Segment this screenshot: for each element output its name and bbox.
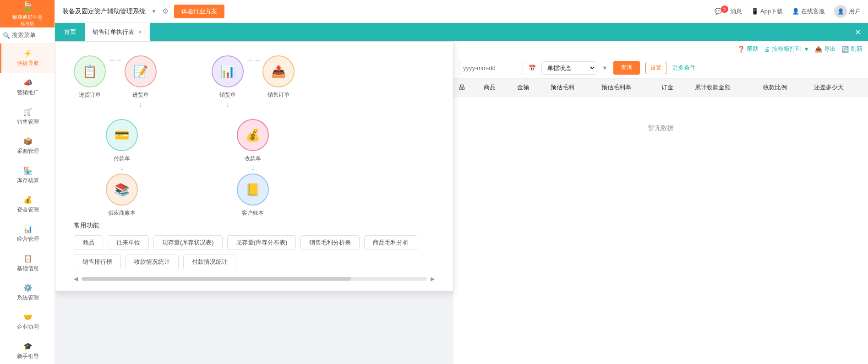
- sidebar-label-purchase: 采购管理: [17, 147, 39, 155]
- sidebar-search[interactable]: 🔍 搜索菜单: [0, 27, 55, 43]
- more-conditions-link[interactable]: 更多条件: [672, 64, 696, 72]
- print-icon: 🖨: [764, 46, 770, 53]
- col-est-profit: 预估毛利: [545, 79, 596, 97]
- btn-stock-distribution[interactable]: 现存量(库存分布表): [227, 235, 296, 250]
- query-button[interactable]: 查询: [613, 61, 640, 75]
- logo-line1: 畅康通好生意: [12, 14, 43, 21]
- settings-icon[interactable]: ⚙: [162, 7, 169, 16]
- sidebar-label-cooperation: 企业协同: [17, 323, 39, 331]
- flow-node-payment-bill[interactable]: 💳 付款单 ↓: [106, 119, 138, 174]
- tab-label-sales-order: 销售订单执行表: [93, 28, 134, 36]
- sidebar-item-system[interactable]: ⚙️ 系统管理: [0, 278, 55, 307]
- tab-bar-close-icon[interactable]: ✕: [847, 28, 868, 37]
- main-table: 品 商品 金额 预估毛利 预估毛利率 订金 累计收款金额 收款比例 还差多少天: [453, 79, 868, 160]
- sidebar-label-finance: 资金管理: [17, 206, 39, 214]
- export-label: 导出: [824, 45, 836, 53]
- btn-stock-status[interactable]: 现存量(库存状况表): [153, 235, 223, 250]
- right-content: ❓ 帮助 🖨 按模板打印 ▼ 📤 导出 🔄 刷新: [453, 41, 868, 364]
- scroll-track[interactable]: [82, 277, 427, 281]
- btn-goods-gross[interactable]: 商品毛利分析: [364, 235, 417, 250]
- export-button[interactable]: 📤 导出: [815, 45, 836, 53]
- tab-home[interactable]: 首页: [55, 23, 85, 41]
- sidebar-item-marketing[interactable]: 📣 营销推广: [0, 73, 55, 102]
- sidebar-item-cooperation[interactable]: 🤝 企业协同: [0, 307, 55, 337]
- set-button[interactable]: 设置: [645, 62, 666, 74]
- flow-node-purchase-order[interactable]: 📋 进货订单: [74, 55, 106, 99]
- sidebar-item-basic-info[interactable]: 📋 基础信息: [0, 249, 55, 278]
- common-buttons-row1: 商品 往来单位 现存量(库存状况表) 现存量(库存分布表) 销售毛利分析表 商品…: [74, 235, 435, 250]
- arrow-pb-down: ↓: [139, 99, 142, 110]
- btn-goods[interactable]: 商品: [74, 235, 103, 250]
- receipt-bill-label: 收款单: [245, 155, 261, 163]
- trial-button[interactable]: 体验行业方案: [174, 5, 224, 18]
- app-download-label: App下载: [760, 7, 783, 16]
- app-download-button[interactable]: 📱 App下载: [751, 7, 783, 16]
- sidebar-logo: 🍃 畅康通好生意 标准版: [0, 0, 55, 27]
- print-button[interactable]: 🖨 按模板打印 ▼: [764, 45, 809, 53]
- filter-row: 📅 单据状态 ▼ 查询 设置 更多条件: [453, 57, 868, 79]
- sidebar-label-basic-info: 基础信息: [17, 265, 39, 272]
- newbie-icon: 🎓: [23, 342, 33, 351]
- scroll-left-icon[interactable]: ◀: [74, 276, 78, 282]
- tab-sales-order[interactable]: 销售订单执行表 ✕: [85, 23, 150, 41]
- flow-node-sales-order[interactable]: 📤 销售订单: [262, 55, 295, 99]
- scroll-right-icon[interactable]: ▶: [431, 276, 435, 282]
- col-pin: 品: [453, 79, 478, 97]
- basic-info-icon: 📋: [23, 254, 33, 263]
- sidebar-item-quick-guide[interactable]: ⚡ 快捷导航: [0, 43, 55, 73]
- sales-order-circle: 📤: [262, 55, 295, 87]
- user-avatar[interactable]: 👤 用户: [834, 5, 861, 18]
- receipt-bill-circle: 💰: [237, 119, 269, 151]
- col-days-remaining: 还差多少天: [808, 79, 868, 97]
- sidebar-item-operations[interactable]: 📊 经营管理: [0, 219, 55, 249]
- table-container: 品 商品 金额 预估毛利 预估毛利率 订金 累计收款金额 收款比例 还差多少天: [453, 79, 868, 364]
- btn-sales-ranking[interactable]: 销售排行榜: [74, 255, 121, 269]
- online-service-button[interactable]: 👤 在线客服: [792, 7, 825, 16]
- tab-close-icon[interactable]: ✕: [138, 29, 142, 35]
- purchase-bill-icon: 📝: [133, 65, 148, 79]
- flow-node-customer-ledger[interactable]: 📒 客户账本: [237, 174, 269, 217]
- dropdown-arrow-icon[interactable]: ▼: [151, 8, 157, 15]
- refresh-button[interactable]: 🔄 刷新: [841, 45, 863, 53]
- arrow-po-to-pb: - - →: [106, 55, 125, 79]
- btn-receipt-stats[interactable]: 收款情况统计: [126, 255, 179, 269]
- user-name: 用户: [849, 7, 861, 16]
- sales-bill-circle: 📊: [212, 55, 244, 87]
- sidebar-item-newbie[interactable]: 🎓 新手引导: [0, 337, 55, 364]
- date-start-input[interactable]: [459, 62, 523, 74]
- flow-node-purchase-bill[interactable]: 📝 进货单 ↓: [125, 55, 157, 110]
- sidebar-item-sales[interactable]: 🛒 销售管理: [0, 102, 55, 131]
- top-header: 装备及固定资产辅助管理系统 ▼ ⚙ 体验行业方案 💬 5 消息 📱 App下载 …: [55, 0, 868, 23]
- flow-node-sales-bill[interactable]: 📊 销货单 ↓: [212, 55, 244, 110]
- common-functions-title: 常用功能: [74, 222, 435, 230]
- status-select[interactable]: 单据状态: [541, 61, 596, 75]
- purchase-bill-label: 进货单: [132, 91, 149, 99]
- message-button[interactable]: 💬 5 消息: [715, 7, 742, 16]
- sidebar-item-purchase[interactable]: 📦 采购管理: [0, 131, 55, 161]
- btn-sales-gross[interactable]: 销售毛利分析表: [300, 235, 360, 250]
- flow-node-supplier-ledger[interactable]: 📚 供应商账本: [106, 174, 138, 217]
- purchase-order-circle: 📋: [74, 55, 106, 87]
- payment-bill-label: 付款单: [114, 155, 130, 163]
- btn-partners[interactable]: 往来单位: [108, 235, 149, 250]
- btn-payment-stats[interactable]: 付款情况统计: [183, 255, 236, 269]
- purchase-order-icon: 📋: [82, 65, 97, 79]
- inventory-icon: 🏪: [23, 166, 33, 175]
- col-deposit: 订金: [656, 79, 689, 97]
- sidebar-item-inventory[interactable]: 🏪 库存核算: [0, 161, 55, 190]
- col-amount: 金额: [512, 79, 545, 97]
- sidebar-item-finance[interactable]: 💰 资金管理: [0, 190, 55, 219]
- quick-guide-panel: 📋 进货订单 - - → 📝 进货单 ↓: [55, 41, 453, 292]
- sidebar-label-inventory: 库存核算: [17, 177, 39, 185]
- status-dropdown-icon: ▼: [602, 65, 608, 71]
- system-title: 装备及固定资产辅助管理系统: [62, 7, 146, 16]
- sales-order-icon: 📤: [271, 65, 286, 79]
- sidebar-label-system: 系统管理: [17, 294, 39, 302]
- calendar-icon[interactable]: 📅: [529, 65, 536, 71]
- help-button[interactable]: ❓ 帮助: [737, 45, 759, 53]
- col-goods: 商品: [478, 79, 512, 97]
- export-icon: 📤: [815, 46, 822, 53]
- online-service-label: 在线客服: [801, 7, 825, 16]
- flow-node-receipt-bill[interactable]: 💰 收款单 ↓: [237, 119, 269, 174]
- scroll-thumb: [82, 277, 351, 281]
